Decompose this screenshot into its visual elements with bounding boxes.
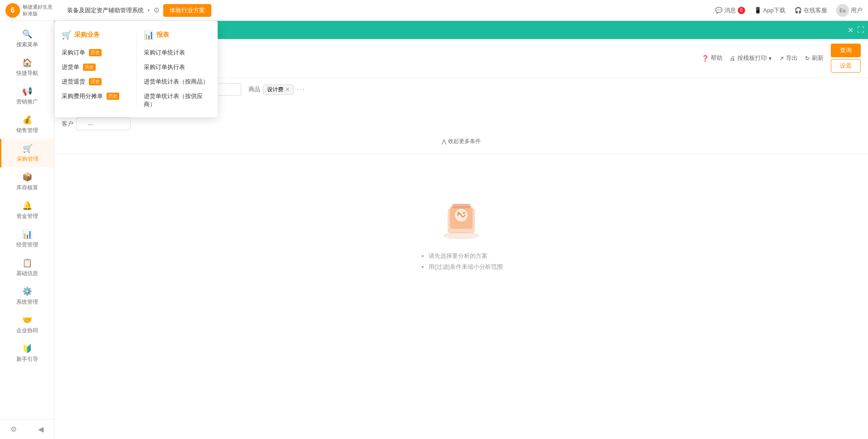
goods-ellipsis-btn[interactable]: ··· (297, 85, 305, 94)
svg-point-6 (463, 212, 465, 214)
dropdown-item-report-order-exec[interactable]: 采购订单执行表 (144, 60, 211, 74)
topbar: 6 畅捷通好生意 标准版 装备及固定资产辅助管理系统 ▾ ⚙ 体验行业方案 💬 … (0, 0, 868, 21)
export-icon: ↗ (779, 55, 784, 62)
svg-rect-3 (452, 204, 470, 208)
enterprise-icon: 🤝 (22, 315, 33, 325)
dropdown-item-purchase-stock-in[interactable]: 进货单 历史 (62, 60, 129, 74)
marketing-icon: 📢 (22, 86, 33, 96)
dropdown-item-purchase-order[interactable]: 采购订单 历史 (62, 45, 129, 60)
sidebar-item-finance[interactable]: 🔔 资金管理 (0, 196, 54, 225)
empty-tips: 请先选择要分析的方案 用[过滤]条件来缩小分析范围 (419, 252, 502, 271)
bottom-collapse-icon[interactable]: ◀ (38, 425, 44, 434)
message-badge: 6 (738, 7, 745, 14)
sidebar-item-purchase[interactable]: 🛒 采购管理 (0, 139, 54, 168)
system-icon: ⚙️ (22, 286, 33, 296)
purchase-dropdown-menu: 🛒 采购业务 采购订单 历史 进货单 历史 进货退货 历史 采购费用分摊单 历史 (54, 21, 218, 117)
dropdown-item-report-order-stat[interactable]: 采购订单统计表 (144, 45, 211, 60)
sidebar-item-search[interactable]: 🔍 搜索菜单 (0, 25, 54, 53)
filter-row-3: 客户 ··· (62, 118, 861, 130)
logo: 6 畅捷通好生意 标准版 (5, 3, 60, 18)
help-action[interactable]: ❓ 帮助 (702, 54, 722, 62)
app-download-item[interactable]: 📱 App下载 (754, 6, 785, 15)
dropdown-item-purchase-return[interactable]: 进货退货 历史 (62, 74, 129, 89)
goods-tag: 设计费 ✕ (263, 84, 294, 95)
query-button[interactable]: 查询 (831, 44, 861, 57)
history-badge-return: 历史 (89, 78, 102, 85)
customer-ellipsis[interactable]: ··· (88, 121, 93, 128)
customer-select[interactable]: ··· (76, 118, 131, 130)
customer-filter: 客户 ··· (62, 118, 131, 130)
sidebar-item-operations[interactable]: 📊 经营管理 (0, 225, 54, 253)
phone-icon: 📱 (754, 7, 761, 14)
sales-icon: 💰 (22, 115, 33, 125)
collapse-icon: ⋀ (442, 138, 446, 145)
sidebar-bottom: ⚙ ◀ (0, 419, 54, 439)
export-action[interactable]: ↗ 导出 (779, 54, 798, 62)
purchase-col-icon: 🛒 (62, 30, 72, 40)
settings-button[interactable]: 设置 (831, 59, 861, 73)
messages-item[interactable]: 💬 消息 6 (715, 6, 745, 15)
report-col-icon: 📊 (144, 30, 154, 40)
dropdown-col-purchase: 🛒 采购业务 采购订单 历史 进货单 历史 进货退货 历史 采购费用分摊单 历史 (54, 26, 136, 112)
operations-icon: 📊 (22, 229, 33, 239)
empty-tip-1: 请先选择要分析的方案 (429, 252, 502, 260)
logo-icon: 6 (5, 3, 20, 18)
topbar-right: 💬 消息 6 📱 App下载 🎧 在线客服 Ea 用户 (715, 4, 863, 17)
refresh-icon: ↻ (805, 55, 810, 62)
dropdown-col-purchase-title: 🛒 采购业务 (62, 26, 129, 44)
refresh-action[interactable]: ↻ 刷新 (805, 54, 824, 62)
print-icon: 🖨 (730, 55, 736, 62)
guide-icon: 🔰 (22, 344, 33, 354)
help-icon: ❓ (702, 55, 709, 62)
sidebar-item-basic-info[interactable]: 📋 基础信息 (0, 253, 54, 282)
avatar: Ea (836, 4, 849, 17)
history-badge-expense: 历史 (107, 93, 119, 100)
bottom-settings-icon[interactable]: ⚙ (10, 425, 17, 434)
system-dropdown-arrow[interactable]: ▾ (147, 8, 150, 13)
headset-icon: 🎧 (795, 7, 802, 14)
goods-label: 商品 (249, 85, 260, 94)
print-action[interactable]: 🖨 按模板打印 ▾ (730, 54, 772, 62)
system-name: 装备及固定资产辅助管理系统 (67, 6, 144, 15)
dropdown-item-report-stock-by-goods[interactable]: 进货单统计表（按商品） (144, 74, 211, 89)
finance-icon: 🔔 (22, 201, 33, 211)
dropdown-col-report: 📊 报表 采购订单统计表 采购订单执行表 进货单统计表（按商品） 进货单统计表（… (137, 26, 218, 112)
online-service-item[interactable]: 🎧 在线客服 (795, 6, 827, 15)
home-icon: 🏠 (22, 58, 33, 68)
goods-filter: 商品 设计费 ✕ ··· (249, 84, 305, 95)
print-dropdown-arrow[interactable]: ▾ (769, 55, 772, 62)
purchase-icon: 🛒 (22, 143, 33, 153)
message-icon: 💬 (715, 7, 722, 14)
sidebar-item-system[interactable]: ⚙️ 系统管理 (0, 282, 54, 311)
logo-text: 畅捷通好生意 标准版 (23, 4, 53, 17)
inventory-icon: 📦 (22, 172, 33, 182)
sidebar-item-marketing[interactable]: 📢 营销推广 (0, 82, 54, 110)
history-badge-purchase-order: 历史 (89, 49, 102, 56)
user-item[interactable]: Ea 用户 (836, 4, 863, 17)
empty-tip-2: 用[过滤]条件来缩小分析范围 (429, 263, 502, 271)
sidebar-item-enterprise[interactable]: 🤝 企业协同 (0, 311, 54, 339)
sidebar: 🔍 搜索菜单 🏠 快捷导航 📢 营销推广 💰 销售管理 🛒 采购管理 📦 库存核… (0, 21, 54, 439)
history-badge-stock-in: 历史 (83, 64, 96, 71)
tabbar-right: ✕ ⛶ (848, 26, 864, 35)
empty-illustration (434, 190, 488, 245)
dropdown-col-report-title: 📊 报表 (144, 26, 211, 44)
sidebar-item-sales[interactable]: 💰 销售管理 (0, 110, 54, 139)
search-icon: 🔍 (22, 29, 33, 39)
tab-close-all-icon[interactable]: ✕ (848, 26, 853, 35)
basic-info-icon: 📋 (22, 258, 33, 268)
settings-icon[interactable]: ⚙ (153, 6, 160, 15)
sidebar-item-inventory[interactable]: 📦 库存核算 (0, 168, 54, 196)
sidebar-item-guide[interactable]: 🔰 新手引导 (0, 339, 54, 368)
customer-label: 客户 (62, 120, 73, 128)
dropdown-item-report-stock-by-supplier[interactable]: 进货单统计表（按供应商） (144, 89, 211, 112)
empty-state: 请先选择要分析的方案 用[过滤]条件来缩小分析范围 (54, 154, 868, 307)
dropdown-item-purchase-expense[interactable]: 采购费用分摊单 历史 (62, 89, 129, 104)
dropdown-columns: 🛒 采购业务 采购订单 历史 进货单 历史 进货退货 历史 采购费用分摊单 历史 (54, 26, 218, 112)
industry-button[interactable]: 体验行业方案 (163, 4, 211, 17)
sidebar-item-quick-nav[interactable]: 🏠 快捷导航 (0, 53, 54, 82)
tab-fullscreen-icon[interactable]: ⛶ (857, 26, 864, 34)
collapse-button[interactable]: ⋀ 收起更多条件 (62, 135, 861, 148)
svg-point-5 (458, 212, 460, 214)
goods-tag-close[interactable]: ✕ (285, 86, 290, 93)
